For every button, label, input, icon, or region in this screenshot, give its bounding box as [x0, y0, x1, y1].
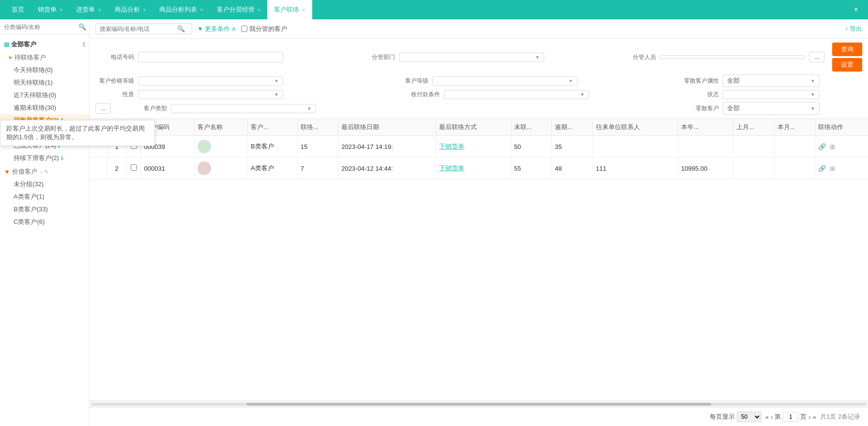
row2-name [194, 158, 247, 179]
row1-uncontacted: 50 [511, 136, 552, 158]
query-button[interactable]: 查询 [832, 43, 862, 56]
row1-last-contact-method[interactable]: 下销货单 [436, 136, 511, 158]
row4-ellipsis[interactable]: ... [95, 103, 111, 114]
row2-check[interactable] [126, 158, 141, 179]
sidebar-pending-contact-group[interactable]: ▼ 待联络客户 [0, 51, 89, 64]
edit-icons[interactable]: ○ ✎ [39, 169, 48, 175]
sidebar-item-ungroup[interactable]: 未分组(32) [0, 178, 89, 191]
pagination: 每页显示 50 20 100 « ‹ 第 页 › » 共1页 2条记录 [90, 407, 868, 426]
row2-unit-contact: 111 [593, 158, 678, 179]
sidebar-item-7days[interactable]: 近7天待联络(0) [0, 89, 89, 102]
window-close-button[interactable]: × [849, 5, 863, 14]
row1-grid-icon[interactable]: ⊞ [830, 143, 835, 150]
col-last-month-header: 上月... [733, 119, 775, 136]
sidebar-value-customer-group[interactable]: ▼ 价值客户 ○ ✎ [0, 165, 89, 178]
nav-customer-tier-close[interactable]: × [258, 7, 260, 13]
first-page-btn[interactable]: « [765, 413, 769, 421]
sidebar-item-tomorrow[interactable]: 明天待联络(1) [0, 76, 89, 89]
search-input[interactable] [100, 26, 177, 32]
sidebar-search-input[interactable] [4, 24, 76, 30]
phone-input[interactable] [138, 52, 283, 62]
col-uncontacted-header: 未联... [511, 119, 552, 136]
page-number-input[interactable] [783, 412, 798, 422]
col-action-header: 联络动作 [815, 119, 868, 136]
retail-customer-label: 零散客户 [696, 104, 719, 113]
nav-home[interactable]: 首页 [5, 0, 31, 19]
sidebar-item-class-c[interactable]: C类客户(6) [0, 216, 89, 228]
settings-button[interactable]: 设置 [832, 58, 862, 72]
row2-link-icon[interactable]: 🔗 [818, 165, 826, 172]
col-this-year-header: 本年... [678, 119, 733, 136]
row1-unit-contact [593, 136, 678, 158]
department-label: 分管部门 [356, 53, 395, 61]
per-page-select[interactable]: 50 20 100 [737, 411, 761, 422]
nav-product-analysis-list[interactable]: 商品分析列表 × [152, 0, 210, 19]
department-arrow-icon: ▼ [535, 55, 540, 60]
horizontal-scrollbar[interactable] [90, 400, 868, 407]
customer-level-label: 客户等级 [390, 77, 428, 85]
person-select[interactable] [660, 55, 805, 59]
sidebar-item-overdue[interactable]: 逾期未联络(30) [0, 102, 89, 114]
sidebar-collapse-icon[interactable]: 《 [80, 41, 85, 48]
row1-this-year [678, 136, 733, 158]
person-ellipsis[interactable]: ... [809, 52, 824, 62]
nav-product-analysis-list-close[interactable]: × [200, 7, 203, 13]
repurchase-abnormal-tooltip: 距客户上次交易时长，超过了此客户的平均交易周期的1.5倍，则视为异常。 [0, 120, 155, 146]
status-select[interactable]: ▼ [723, 90, 820, 99]
triangle-down-icon2: ▼ [4, 168, 10, 176]
price-level-arrow-icon: ▼ [274, 78, 279, 84]
nav-customer-tier[interactable]: 客户分层经营 × [210, 0, 267, 19]
customer-level-select[interactable]: ▼ [432, 76, 578, 86]
row2-grid-icon[interactable]: ⊞ [830, 165, 835, 172]
my-customers-check[interactable] [241, 26, 247, 32]
status-arrow-icon: ▼ [810, 92, 815, 97]
prev-page-btn[interactable]: ‹ [771, 413, 773, 421]
retail-customer-select[interactable]: 全部▼ [723, 102, 820, 115]
gender-select[interactable]: ▼ [138, 90, 283, 99]
sidebar-item-class-a[interactable]: A类客户(1) [0, 191, 89, 203]
retail-attr-select[interactable]: 全部▼ [723, 74, 820, 87]
price-level-select[interactable]: ▼ [138, 76, 283, 86]
table-container[interactable]: ⚙ 客户编码 客户名称 客户... 联络... 最后联络日期 最后联络方式 未联… [90, 119, 868, 400]
nav-purchase-order-close[interactable]: × [98, 7, 101, 13]
sidebar-item-class-b[interactable]: B类客户(33) [0, 203, 89, 216]
row1-action: 🔗 ⊞ [815, 136, 868, 158]
row2-checkbox[interactable] [131, 164, 137, 171]
row1-link-icon[interactable]: 🔗 [818, 143, 826, 150]
nav-sales-order[interactable]: 销货单 × [31, 0, 69, 19]
col-last-contact-date-header: 最后联络日期 [338, 119, 436, 136]
nav-sales-order-close[interactable]: × [60, 7, 62, 13]
filter-row-2: 客户价格等级 ▼ 客户等级 ▼ 零散客户属性 全部▼ [95, 74, 862, 87]
sidebar-item-declining[interactable]: 持续下滑客户(2) ℹ [0, 152, 89, 164]
scroll-thumb[interactable] [246, 403, 711, 406]
last-page-btn[interactable]: » [813, 413, 816, 421]
retail-attr-label: 零散客户属性 [684, 77, 719, 85]
row1-overdue: 35 [552, 136, 593, 158]
my-customers-checkbox[interactable]: 我分管的客户 [241, 25, 287, 33]
row1-last-month [733, 136, 775, 158]
nav-product-analysis[interactable]: 商品分析 × [108, 0, 152, 19]
sidebar-all-customers[interactable]: ⊞ 全部客户 《 [0, 38, 89, 51]
more-conditions-button[interactable]: ▼ 更多条件 ∧ [197, 25, 236, 33]
search-submit-icon[interactable]: 🔍 [177, 25, 185, 32]
nav-customer-contact[interactable]: 客户联络 × [267, 0, 312, 19]
payment-terms-select[interactable]: ▼ [444, 90, 589, 99]
export-button[interactable]: ↑ 导出 [845, 25, 863, 33]
department-select[interactable]: ▼ [399, 53, 544, 62]
customer-type-select[interactable]: ▼ [171, 104, 316, 113]
row2-last-contact-method[interactable]: 下销货单 [436, 158, 511, 179]
row2-this-year: 10995.00 [678, 158, 733, 179]
customer-type-arrow-icon: ▼ [307, 106, 312, 111]
filter-row-3: 性质 ▼ 收付款条件 ▼ 状态 ▼ [95, 90, 862, 99]
person-label: 分管人员 [617, 53, 656, 61]
filter-icon: ▼ [197, 25, 203, 32]
row2-avatar [198, 162, 211, 175]
sidebar-item-today[interactable]: 今天待联络(0) [0, 64, 89, 76]
next-page-btn[interactable]: › [808, 413, 810, 421]
nav-customer-contact-close[interactable]: × [302, 7, 305, 13]
nav-product-analysis-close[interactable]: × [143, 7, 146, 13]
nav-purchase-order[interactable]: 进货单 × [69, 0, 107, 19]
page-navigation: « ‹ 第 页 › » [765, 412, 816, 422]
scroll-track[interactable] [91, 403, 866, 406]
row2-settings [90, 158, 107, 179]
